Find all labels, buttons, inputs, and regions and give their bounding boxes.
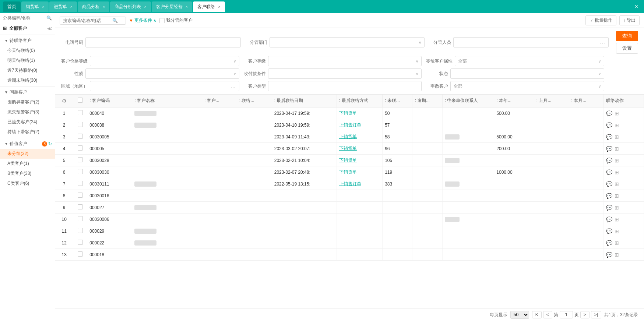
cell-check[interactable] [73, 178, 87, 190]
tab-goods-analysis-close[interactable]: × [103, 4, 105, 9]
chat-icon[interactable]: 💬 [606, 122, 612, 128]
col-header-settings[interactable]: ⚙ [55, 95, 73, 107]
last-method-link[interactable]: 下销货单 [339, 110, 357, 116]
sidebar-item-class-a[interactable]: A类客户(1) [0, 159, 55, 169]
row-checkbox[interactable] [78, 216, 83, 221]
chat-icon[interactable]: 💬 [606, 110, 612, 116]
cell-last-method[interactable] [337, 190, 382, 202]
tab-customer-contact-close[interactable]: × [218, 4, 220, 9]
tab-goods-list[interactable]: 商品分析列表 × [110, 1, 151, 12]
cell-check[interactable] [73, 119, 87, 131]
cell-check[interactable] [73, 225, 87, 237]
cell-check[interactable] [73, 249, 87, 261]
phone-input[interactable] [85, 37, 241, 47]
sidebar-item-declining[interactable]: 持续下滑客户(2) [0, 127, 55, 137]
row-checkbox[interactable] [78, 145, 83, 151]
cell-last-method[interactable]: 下销售订单 [337, 178, 382, 190]
prev-page-button[interactable]: < [543, 311, 552, 318]
row-checkbox[interactable] [78, 204, 83, 209]
tab-purchase[interactable]: 进货单 × [49, 1, 77, 12]
cell-last-method[interactable]: 下销货单 [337, 166, 382, 178]
row-checkbox[interactable] [78, 157, 83, 162]
chat-icon[interactable]: 💬 [606, 240, 612, 246]
row-checkbox[interactable] [78, 134, 83, 139]
last-method-link[interactable]: 下销售订单 [339, 181, 361, 186]
last-method-link[interactable]: 下销货单 [339, 134, 357, 139]
settings-icon[interactable]: ⚙ [62, 98, 67, 104]
next-page-button[interactable]: > [580, 311, 590, 318]
tab-sales[interactable]: 销货单 × [21, 1, 49, 12]
sidebar-search-icon[interactable]: 🔍 [46, 15, 52, 21]
grid-icon[interactable]: ⊞ [615, 181, 619, 187]
chat-icon[interactable]: 💬 [606, 158, 612, 163]
export-button[interactable]: ↑ 导出 [619, 15, 640, 25]
row-checkbox[interactable] [78, 181, 83, 186]
cell-last-method[interactable] [337, 214, 382, 225]
per-page-select[interactable]: 50 100 200 [510, 311, 529, 319]
nature-select[interactable]: ∨ [85, 68, 239, 79]
cell-last-method[interactable]: 下销货单 [337, 155, 382, 166]
last-page-button[interactable]: >| [591, 311, 601, 318]
grid-icon[interactable]: ⊞ [615, 252, 619, 258]
tab-sales-close[interactable]: × [42, 4, 44, 9]
first-page-button[interactable]: K [532, 311, 542, 318]
sidebar-item-today[interactable]: 今天待联络(0) [0, 46, 55, 56]
close-all-button[interactable]: × [632, 3, 641, 10]
sidebar-group-value[interactable]: ▼ 价值客户 8 ↻ [0, 139, 55, 149]
chat-icon[interactable]: 💬 [606, 169, 612, 175]
last-method-link[interactable]: 下销货单 [339, 158, 357, 163]
grid-icon[interactable]: ⊞ [615, 240, 619, 246]
chat-icon[interactable]: 💬 [606, 134, 612, 140]
cell-last-method[interactable] [337, 202, 382, 214]
grid-icon[interactable]: ⊞ [615, 146, 619, 152]
tab-customer-layer[interactable]: 客户分层经营 × [152, 1, 192, 12]
refresh-icon[interactable]: ↻ [48, 141, 52, 147]
cell-check[interactable] [73, 190, 87, 202]
chat-icon[interactable]: 💬 [606, 216, 612, 222]
cell-last-method[interactable]: 下销货单 [337, 131, 382, 143]
cell-check[interactable] [73, 237, 87, 249]
person-select[interactable]: ... [453, 37, 609, 47]
area-input[interactable]: ... [90, 81, 239, 91]
my-customers-toggle[interactable]: 我分管的客户 [159, 17, 193, 24]
sidebar-item-class-b[interactable]: B类客户(33) [0, 169, 55, 179]
row-checkbox[interactable] [78, 240, 83, 245]
sidebar-item-class-c[interactable]: C类客户(6) [0, 179, 55, 188]
cell-last-method[interactable]: 下销货单 [337, 143, 382, 155]
row-checkbox[interactable] [78, 251, 83, 257]
grid-icon[interactable]: ⊞ [615, 169, 619, 175]
grid-icon[interactable]: ⊞ [615, 158, 619, 163]
last-method-link[interactable]: 下销售订单 [339, 122, 361, 127]
chat-icon[interactable]: 💬 [606, 181, 612, 187]
row-checkbox[interactable] [78, 169, 83, 174]
cell-last-method[interactable] [337, 225, 382, 237]
retail-attr-select[interactable]: 全部 ∨ [455, 56, 604, 66]
my-customers-checkbox[interactable] [159, 18, 165, 23]
last-method-link[interactable]: 下销货单 [339, 169, 357, 174]
grid-icon[interactable]: ⊞ [615, 193, 619, 199]
current-page-input[interactable] [560, 311, 573, 318]
price-level-select[interactable]: ∨ [90, 56, 239, 66]
grid-icon[interactable]: ⊞ [615, 110, 619, 116]
grid-icon[interactable]: ⊞ [615, 205, 619, 211]
cell-check[interactable] [73, 131, 87, 143]
retail-customer-select[interactable]: 全部 ∨ [450, 81, 604, 91]
sidebar-search-input[interactable] [3, 15, 45, 21]
batch-ops-button[interactable]: ☑ 批量操作 [585, 15, 616, 25]
all-customers-header[interactable]: ⊞ 全部客户 ≪ [0, 23, 55, 34]
row-checkbox[interactable] [78, 228, 83, 233]
sidebar-item-ungrouped[interactable]: 未分组(32) [0, 149, 55, 159]
cell-last-method[interactable] [337, 237, 382, 249]
cell-check[interactable] [73, 155, 87, 166]
payment-select[interactable]: ∨ [268, 68, 422, 79]
cell-last-method[interactable] [337, 249, 382, 261]
status-select[interactable]: ∨ [450, 68, 604, 79]
chat-icon[interactable]: 💬 [606, 205, 612, 211]
filter-search-icon[interactable]: 🔍 [112, 18, 118, 23]
grid-icon[interactable]: ⊞ [615, 122, 619, 128]
cell-check[interactable] [73, 214, 87, 225]
tab-customer-contact[interactable]: 客户联络 × [193, 1, 225, 12]
cell-check[interactable] [73, 143, 87, 155]
sidebar-item-churned[interactable]: 已流失客户(24) [0, 117, 55, 127]
chat-icon[interactable]: 💬 [606, 252, 612, 258]
